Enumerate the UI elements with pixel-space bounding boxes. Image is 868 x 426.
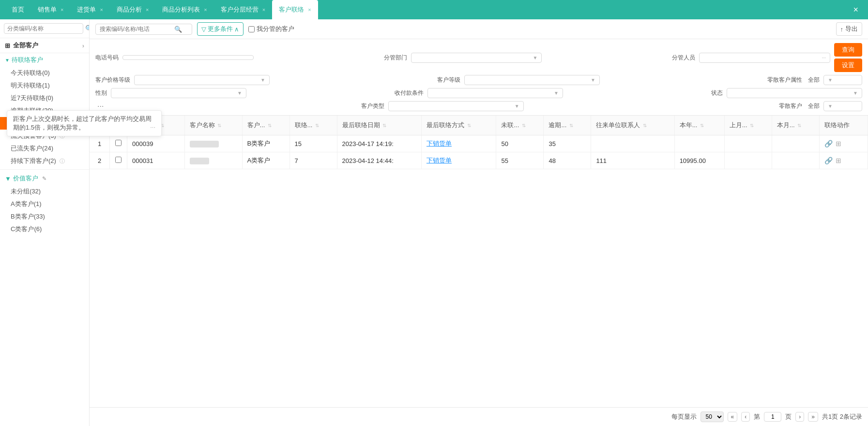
nav-label-purchase: 进货单	[77, 5, 96, 14]
my-customers-checkbox[interactable]	[248, 26, 255, 32]
th-uncontacted[interactable]: 未联... ⇅	[496, 116, 544, 135]
th-this-year-label: 本年...	[680, 121, 698, 129]
prev-page-button[interactable]: ‹	[741, 412, 750, 422]
nav-item-customer-contact[interactable]: 客户联络 ×	[272, 0, 318, 19]
gender-label: 性别	[95, 89, 107, 97]
nav-item-product-analysis[interactable]: 商品分析 ×	[110, 0, 155, 19]
th-unit-contact[interactable]: 往来单位联系人 ⇅	[591, 116, 674, 135]
class-c-label: C类客户(6)	[11, 225, 42, 233]
td-unit-contact-2: 111	[591, 152, 674, 169]
row1-checkbox[interactable]	[115, 140, 122, 146]
sidebar-item-declining[interactable]: 持续下滑客户(2) ⓘ	[0, 155, 89, 167]
window-close-button[interactable]: ×	[848, 5, 863, 15]
my-customers-checkbox-label[interactable]: 我分管的客户	[248, 25, 294, 33]
price-level-select[interactable]: ▼	[134, 75, 270, 85]
th-last-contact-method[interactable]: 最后联络方式 ⇅	[422, 116, 496, 135]
more-conditions-button[interactable]: ▽ 更多条件 ∧	[197, 22, 244, 36]
th-category[interactable]: 客户... ⇅	[242, 116, 289, 135]
th-name[interactable]: 客户名称 ⇅	[184, 116, 242, 135]
td-last-contact-date-1: 2023-04-17 14:19:	[337, 135, 422, 152]
sidebar-item-class-a[interactable]: A类客户(1)	[0, 198, 89, 210]
row2-grid-icon[interactable]: ⊞	[836, 157, 841, 164]
status-select[interactable]: ▼	[727, 88, 862, 98]
sidebar-item-lost[interactable]: 已流失客户(24)	[0, 142, 89, 155]
sidebar-item-class-b[interactable]: B类客户(33)	[0, 210, 89, 223]
row2-last-contact-method[interactable]: 下销货单	[426, 157, 452, 164]
phone-field[interactable]	[122, 55, 254, 60]
td-unit-contact-1	[591, 135, 674, 152]
nav-close-product-analysis-list[interactable]: ×	[204, 7, 207, 13]
pagination-bar: 每页显示 50 « ‹ 第 页 › » 共1页 2条记录	[90, 407, 868, 426]
td-contact-2: 7	[289, 152, 337, 169]
gender-select[interactable]: ▼	[111, 88, 246, 98]
row1-grid-icon[interactable]: ⊞	[836, 140, 841, 147]
unclassified-label: 未分组(32)	[11, 188, 41, 195]
value-customer-label: 价值客户	[13, 174, 38, 183]
nav-close-customer-stratification[interactable]: ×	[262, 7, 265, 13]
nav-close-product-analysis[interactable]: ×	[146, 7, 149, 13]
th-last-contact-date[interactable]: 最后联络日期 ⇅	[337, 116, 422, 135]
pending-contact-label: 待联络客户	[12, 56, 43, 64]
payment-select[interactable]: ▼	[427, 88, 563, 98]
sidebar-item-class-c[interactable]: C类客户(6)	[0, 223, 89, 235]
nav-item-sales[interactable]: 销售单 ×	[31, 0, 70, 19]
sidebar-value-customer-group[interactable]: ▼ 价值客户 ✎	[0, 172, 89, 185]
th-this-month[interactable]: 本月... ⇅	[772, 116, 819, 135]
nav-item-customer-stratification[interactable]: 客户分层经营 ×	[214, 0, 272, 19]
page-number-input[interactable]	[764, 412, 781, 422]
value-customer-edit-icon[interactable]: ✎	[42, 176, 46, 182]
sidebar-search-button[interactable]: 🔍	[85, 25, 90, 32]
page-size-select[interactable]: 50	[700, 411, 724, 422]
nav-close-sales[interactable]: ×	[61, 7, 63, 13]
settings-button[interactable]: 设置	[834, 59, 862, 72]
retail-customer-arrow: ▼	[828, 103, 833, 109]
td-num-1: 1	[90, 135, 110, 152]
th-overdue[interactable]: 逾期... ⇅	[544, 116, 591, 135]
sidebar-collapse-icon[interactable]: ›	[82, 42, 84, 49]
row2-link-icon[interactable]: 🔗	[824, 157, 833, 164]
row2-uncontacted: 55	[501, 157, 508, 164]
last-page-button[interactable]: »	[808, 412, 818, 422]
row2-checkbox[interactable]	[115, 157, 122, 163]
row1-link-icon[interactable]: 🔗	[824, 140, 833, 147]
manager-select[interactable]: ···	[699, 53, 830, 63]
export-button[interactable]: ↑ 导出	[836, 22, 863, 36]
td-overdue-1: 35	[544, 135, 591, 152]
sidebar-item-today[interactable]: 今天待联络(0)	[0, 67, 89, 79]
customer-level-select[interactable]: ▼	[464, 75, 600, 85]
dept-label: 分管部门	[384, 54, 407, 62]
nav-close-customer-contact[interactable]: ×	[308, 7, 311, 13]
retail-customer-select[interactable]: ▼	[823, 101, 862, 111]
customer-type-select[interactable]: ▼	[388, 101, 524, 111]
value-customer-triangle: ▼	[5, 175, 11, 182]
dept-select[interactable]: ▼	[411, 53, 542, 63]
nav-item-product-analysis-list[interactable]: 商品分析列表 ×	[155, 0, 213, 19]
th-contact[interactable]: 联络... ⇅	[289, 116, 337, 135]
more-filter-button[interactable]: ···	[95, 102, 106, 111]
nav-item-purchase[interactable]: 进货单 ×	[70, 0, 109, 19]
retail-attr-select[interactable]: ▼	[823, 75, 862, 85]
th-last-month[interactable]: 上月... ⇅	[724, 116, 772, 135]
sidebar-item-7days[interactable]: 近7天待联络(0)	[0, 92, 89, 104]
row1-category: B类客户	[247, 140, 271, 147]
query-button[interactable]: 查询	[834, 43, 862, 57]
row1-overdue: 35	[548, 140, 555, 147]
nav-label-sales: 销售单	[38, 5, 57, 14]
th-last-month-sort-icon: ⇅	[750, 123, 754, 128]
table-row: 2 000031 A类客户	[90, 152, 868, 169]
nav-item-home[interactable]: 首页	[5, 0, 31, 19]
sidebar-item-unclassified[interactable]: 未分组(32)	[0, 185, 89, 198]
sidebar-pending-title[interactable]: ▼ 待联络客户	[0, 53, 89, 67]
sidebar-item-tomorrow[interactable]: 明天待联络(1)	[0, 79, 89, 92]
td-this-year-2: 10995.00	[674, 152, 724, 169]
sidebar-search-input[interactable]	[4, 23, 83, 34]
first-page-button[interactable]: «	[728, 412, 738, 422]
table-head: ⚙ 客户编码 ⇅ 客户名称 ⇅	[90, 116, 868, 135]
nav-close-purchase[interactable]: ×	[100, 7, 103, 13]
filter-search-input[interactable]	[100, 26, 172, 32]
th-name-sort-icon: ⇅	[217, 123, 221, 128]
th-this-year[interactable]: 本年... ⇅	[674, 116, 724, 135]
triangle-icon: ▼	[5, 58, 10, 63]
next-page-button[interactable]: ›	[795, 412, 804, 422]
row1-last-contact-method[interactable]: 下销货单	[426, 140, 452, 147]
